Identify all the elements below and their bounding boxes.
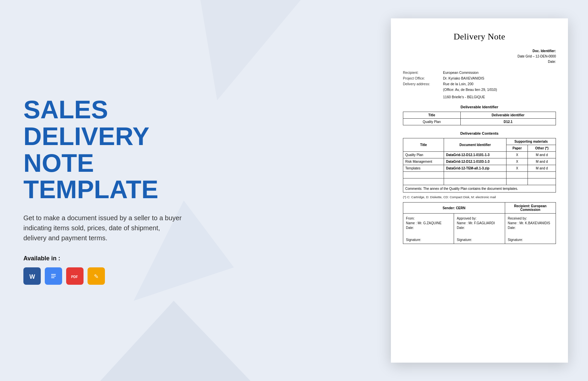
- project-office-row: Project Office: Dr. Kyriako BAXEVANIDIS: [403, 76, 556, 80]
- di-col-id: Deliverable identifier: [460, 112, 556, 119]
- recipient-row: Recipient: European Commission: [403, 71, 556, 75]
- di-row1-title: Quality Plan: [403, 119, 461, 125]
- table-row: From: Name : Mr. G.ZAQUINE Date: Signatu…: [403, 214, 556, 244]
- delivery-address-line3: 1160 Brielle's - BELGIQUE: [443, 95, 556, 99]
- svg-rect-8: [51, 277, 54, 278]
- delivery-address-row: Delivery address: Rue de la Loin, 200: [403, 82, 556, 86]
- dc-row3-docid: DataGrid-12-TEM-all.1-3.zip: [444, 165, 506, 172]
- table-row: [403, 172, 556, 178]
- pdf-icon[interactable]: PDF: [66, 267, 84, 285]
- comments-text: Comments: The annex of the Quality Plan …: [403, 185, 556, 193]
- dc-col-doc-id: Document Identifier: [444, 138, 506, 152]
- left-panel: SALES DELIVERY NOTE TEMPLATE Get to make…: [0, 0, 227, 381]
- dc-row1-paper: X: [506, 152, 528, 158]
- table-row: Quality Plan D12.1: [403, 119, 556, 125]
- main-title: SALES DELIVERY NOTE TEMPLATE: [23, 96, 204, 203]
- di-row1-id: D12.1: [460, 119, 556, 125]
- di-col-title: Title: [403, 112, 461, 119]
- delivery-address-label: Delivery address:: [403, 82, 443, 86]
- dc-row3-other: M and d: [528, 165, 556, 172]
- sender-header: Sender: CERN: [403, 203, 505, 214]
- document-panel: Delivery Note Doc. Identifier: Date Grid…: [391, 18, 568, 363]
- delivery-address-line2: (Office: Av, de Beau lien 29, 1/010): [443, 88, 556, 92]
- deliverable-id-table: Title Deliverable identifier Quality Pla…: [403, 112, 556, 125]
- project-office-label: Project Office:: [403, 76, 443, 80]
- dc-row2-other: M and d: [528, 158, 556, 165]
- word-icon[interactable]: W: [23, 267, 41, 285]
- dc-col-other: Other (*): [528, 145, 556, 152]
- dc-row1-other: M and d: [528, 152, 556, 158]
- dc-row2-title: Risk Management: [403, 158, 444, 165]
- recipient-header: Recipient: European Commission: [505, 203, 556, 214]
- dc-row3-title: Templates: [403, 165, 444, 172]
- project-office-value: Dr. Kyriako BAXEVANIDIS: [443, 76, 556, 80]
- sender-recipient-table: Sender: CERN Recipient: European Commiss…: [403, 202, 556, 244]
- recipient-label: Recipient:: [403, 71, 443, 75]
- dc-col-paper: Paper: [506, 145, 528, 152]
- dc-row1-title: Quality Plan: [403, 152, 444, 158]
- table-row: Risk Management DataGrid-12-D12.1-0103-1…: [403, 158, 556, 165]
- deliverable-contents-heading: Deliverable Contents: [403, 131, 556, 135]
- approved-cell: Approved by: Name : Mr. F.GAGLIARDI Date…: [454, 214, 505, 244]
- comments-row: Comments: The annex of the Quality Plan …: [403, 185, 556, 193]
- received-cell: Received by: Name : Mr. K.BAXEVANIDIS Da…: [505, 214, 556, 244]
- svg-text:PDF: PDF: [71, 275, 78, 279]
- dc-col-title: Title: [403, 138, 444, 152]
- from-cell: From: Name : Mr. G.ZAQUINE Date: Signatu…: [403, 214, 454, 244]
- dc-row2-paper: X: [506, 158, 528, 165]
- delivery-address-line1: Rue de la Loin, 200: [443, 82, 556, 86]
- dc-row1-docid: DataGrid-12-D12.1-0101-1-3: [444, 152, 506, 158]
- dc-col-supporting: Supporting materials: [506, 138, 556, 145]
- svg-rect-7: [51, 276, 56, 276]
- recipient-value: European Commission: [443, 71, 556, 75]
- deliverable-identifier-heading: Deliverable Identifier: [403, 105, 556, 109]
- dc-row3-paper: X: [506, 165, 528, 172]
- description: Get to make a document issued by a selle…: [23, 213, 184, 243]
- svg-rect-6: [51, 274, 56, 275]
- footnote: (*) C: Cartridge, D: Diskette, CD: Compa…: [403, 195, 556, 199]
- docs-icon[interactable]: [45, 267, 62, 285]
- deliverable-contents-table: Title Document Identifier Supporting mat…: [403, 138, 556, 193]
- available-label: Available in :: [23, 255, 204, 262]
- table-row: Templates DataGrid-12-TEM-all.1-3.zip X …: [403, 165, 556, 172]
- table-row: Quality Plan DataGrid-12-D12.1-0101-1-3 …: [403, 152, 556, 158]
- app-icons: W PDF ✎: [23, 267, 204, 285]
- doc-identifier-block: Doc. Identifier: Date Grid – 12-DEN-0000…: [403, 48, 556, 65]
- svg-text:✎: ✎: [94, 273, 99, 280]
- dc-row2-docid: DataGrid-12-D12.1-0103-1-3: [444, 158, 506, 165]
- pages-icon[interactable]: ✎: [88, 267, 105, 285]
- doc-title: Delivery Note: [403, 32, 556, 42]
- svg-text:W: W: [29, 273, 35, 280]
- table-row: [403, 178, 556, 185]
